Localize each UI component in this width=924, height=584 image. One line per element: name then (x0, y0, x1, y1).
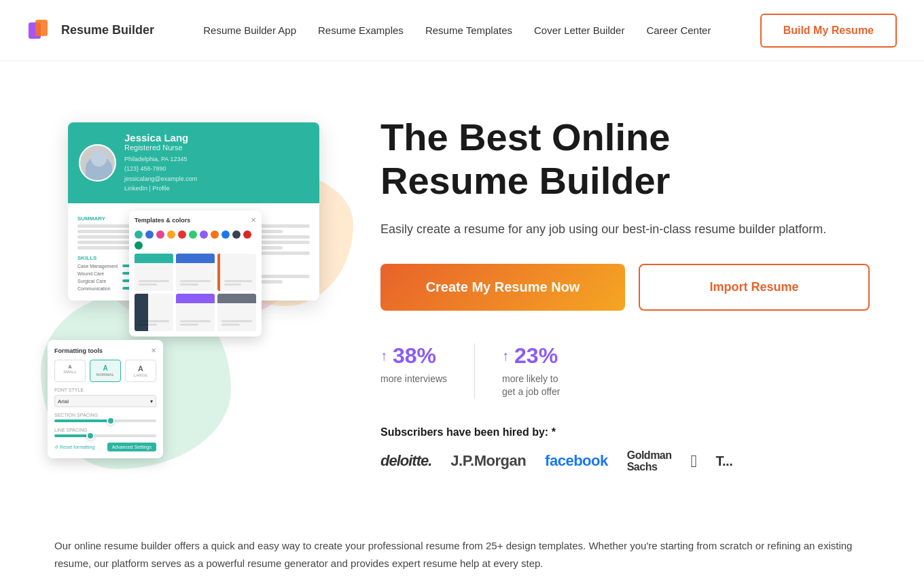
stat-interviews-number: ↑ 38% (380, 343, 447, 368)
resume-avatar (79, 144, 116, 182)
template-preview[interactable] (176, 254, 215, 291)
template-previews (135, 254, 256, 331)
logo-text: Resume Builder (61, 23, 154, 37)
resume-header: Jessica Lang Registered Nurse Philadelph… (68, 122, 319, 203)
formatting-panel: Formatting tools ✕ A SMALL A NORMAL A LA… (48, 340, 163, 458)
template-preview[interactable] (217, 294, 256, 331)
resume-name-block: Jessica Lang Registered Nurse Philadelph… (124, 132, 197, 194)
logo[interactable]: Resume Builder (27, 17, 154, 44)
color-dot[interactable] (156, 230, 164, 239)
deloitte-logo: deloitte. (380, 452, 431, 470)
color-dot[interactable] (135, 241, 143, 250)
header: Resume Builder Resume Builder App Resume… (0, 0, 924, 61)
stat-job-offer: ↑ 23% more likely toget a job offer (474, 343, 587, 399)
color-dot[interactable] (232, 230, 241, 239)
slider-line-label: LINE SPACING (54, 428, 156, 432)
advanced-settings-button[interactable]: Advanced Settings (107, 443, 156, 451)
templates-panel-title: Templates & colors (135, 217, 190, 224)
resume-contact: Philadelphia, PA 12345 (123) 456-7890 je… (124, 154, 197, 194)
resume-name: Jessica Lang (124, 132, 197, 143)
logo-icon (27, 17, 54, 44)
hero-content: The Best Online Resume Builder Easily cr… (380, 102, 897, 494)
line-spacing-slider[interactable] (54, 434, 156, 437)
slider-spacing-label: SECTION SPACING (54, 413, 156, 417)
color-dots (135, 230, 256, 250)
template-preview[interactable] (217, 254, 256, 291)
resume-job-title: Registered Nurse (124, 143, 197, 152)
hero-subtitle: Easily create a resume for any job using… (380, 220, 842, 239)
color-dot[interactable] (178, 230, 186, 239)
stat-offer-label: more likely toget a job offer (502, 373, 560, 399)
font-dropdown-icon: ▾ (150, 398, 153, 405)
main-nav: Resume Builder App Resume Examples Resum… (203, 24, 711, 36)
size-normal[interactable]: A NORMAL (90, 360, 121, 382)
formatting-panel-close-icon[interactable]: ✕ (151, 347, 156, 354)
nav-cover-link[interactable]: Cover Letter Builder (534, 24, 624, 36)
hero-image-area: Jessica Lang Registered Nurse Philadelph… (27, 102, 353, 496)
color-dot[interactable] (243, 230, 251, 239)
nav-career-link[interactable]: Career Center (646, 24, 711, 36)
templates-panel-close[interactable]: ✕ (251, 216, 256, 224)
company-logos: deloitte. J.P.Morgan facebook GoldmanSac… (380, 449, 897, 473)
nav-templates-link[interactable]: Resume Templates (425, 24, 512, 36)
template-preview[interactable] (135, 254, 173, 291)
bottom-description: Our online resume builder offers a quick… (27, 523, 897, 584)
nav-builder-link[interactable]: Resume Builder App (203, 24, 296, 36)
goldman-logo: GoldmanSachs (627, 449, 672, 473)
stat-interviews-label: more interviews (380, 373, 447, 386)
formatting-panel-title: Formatting tools (54, 347, 103, 354)
section-spacing-slider[interactable] (54, 419, 156, 422)
hero-section: Jessica Lang Registered Nurse Philadelph… (0, 61, 924, 523)
stat-offer-number: ↑ 23% (502, 343, 560, 368)
color-dot[interactable] (135, 230, 143, 239)
t-logo: T... (716, 453, 733, 469)
facebook-logo: facebook (545, 452, 608, 470)
reset-formatting-button[interactable]: ↺ Reset formatting (54, 445, 94, 450)
stats-row: ↑ 38% more interviews ↑ 23% more likely … (380, 343, 897, 399)
size-large[interactable]: A LARGE (125, 360, 156, 382)
stat-arrow-up2: ↑ (502, 348, 509, 364)
hero-title: The Best Online Resume Builder (380, 116, 897, 203)
stat-interviews: ↑ 38% more interviews (380, 343, 474, 399)
font-value: Arial (58, 398, 69, 405)
create-resume-button[interactable]: Create My Resume Now (380, 264, 625, 311)
cta-buttons: Create My Resume Now Import Resume (380, 264, 897, 311)
size-options: A SMALL A NORMAL A LARGE (54, 360, 156, 382)
color-dot[interactable] (211, 230, 219, 239)
nav-examples-link[interactable]: Resume Examples (318, 24, 404, 36)
template-preview[interactable] (135, 294, 173, 331)
hired-title: Subscribers have been hired by: * (380, 426, 897, 439)
size-small[interactable]: A SMALL (54, 360, 86, 382)
template-preview[interactable] (176, 294, 215, 331)
templates-panel: Templates & colors ✕ (129, 211, 262, 337)
color-dot[interactable] (200, 230, 208, 239)
color-dot[interactable] (221, 230, 230, 239)
color-dot[interactable] (167, 230, 175, 239)
color-dot[interactable] (145, 230, 154, 239)
jpmorgan-logo: J.P.Morgan (450, 452, 526, 470)
import-resume-button[interactable]: Import Resume (639, 264, 870, 311)
reset-icon: ↺ (54, 445, 58, 450)
color-dot[interactable] (189, 230, 197, 239)
hired-section: Subscribers have been hired by: * deloit… (380, 426, 897, 473)
font-select[interactable]: Arial ▾ (54, 395, 156, 407)
apple-logo:  (691, 451, 697, 472)
stat-arrow-up: ↑ (380, 348, 387, 364)
font-style-label: FONT STYLE (54, 388, 156, 392)
build-my-resume-button[interactable]: Build My Resume (760, 14, 897, 48)
svg-rect-1 (35, 20, 48, 36)
